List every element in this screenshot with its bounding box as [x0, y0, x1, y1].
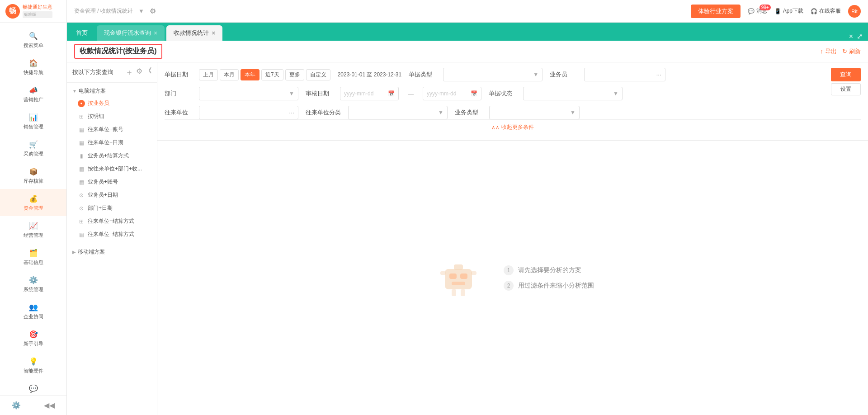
sidebar-item-hardware[interactable]: 💡 智能硬件 [0, 352, 66, 379]
scheme-item-unit-settlement1[interactable]: ⊞ 往来单位+结算方式 [67, 215, 157, 228]
business-type-select[interactable]: ▼ [489, 106, 580, 119]
sidebar-item-guide[interactable]: 🎯 新手引导 [0, 325, 66, 352]
tab-bank-flow[interactable]: 现金银行流水查询 × [97, 25, 165, 41]
salesperson-select[interactable]: ··· [584, 68, 665, 81]
scheme-item-salesperson-payment[interactable]: ▮ 业务员+结算方式 [67, 149, 157, 162]
trial-button[interactable]: 体验行业方案 [691, 5, 741, 18]
scheme-item-label: 业务员+日期 [88, 191, 118, 199]
scheme-item-unit-settlement2[interactable]: ▦ 往来单位+结算方式 [67, 228, 157, 241]
add-scheme-icon[interactable]: ＋ [125, 67, 133, 78]
tab-collection-close-icon[interactable]: × [212, 29, 215, 37]
svg-rect-6 [471, 271, 476, 275]
sidebar-item-inventory[interactable]: 📦 库存核算 [0, 162, 66, 189]
sidebar-item-basic-info[interactable]: 🗂️ 基础信息 [0, 243, 66, 270]
sidebar-item-search[interactable]: 🔍 搜索菜单 [0, 26, 66, 53]
scheme-item-salesperson-account[interactable]: ▦ 业务员+账号 [67, 175, 157, 189]
dept-select[interactable]: ▼ [199, 87, 298, 100]
scheme-item-unit-date[interactable]: ▦ 往来单位+日期 [67, 136, 157, 149]
table-icon: ▦ [78, 126, 85, 133]
group-expand-icon: ▼ [72, 89, 77, 94]
collapse-bar[interactable]: ∧∧ 收起更多条件 [165, 119, 861, 135]
scheme-item-unit-account[interactable]: ▦ 往来单位+账号 [67, 123, 157, 136]
counterpart-select[interactable]: ··· [199, 106, 298, 119]
sidebar-item-label: 库存核算 [24, 178, 43, 184]
topbar-chevron-icon[interactable]: ▼ [138, 8, 144, 14]
filter-row-wrapper: 单据日期 上月 本月 本年 近7天 更多 自定义 2023-01-01 至 20… [165, 68, 861, 119]
counterpart-more-icon[interactable]: ··· [289, 109, 294, 116]
date-btn-this-month[interactable]: 本月 [220, 69, 239, 80]
scheme-group-desktop[interactable]: ▼ 电脑端方案 [67, 85, 157, 97]
sidebar-item-collab[interactable]: 👥 企业协同 [0, 297, 66, 325]
breadcrumb: 资金管理 / 收款情况统计 [74, 7, 133, 15]
app-download-item[interactable]: 📱 App下载 [774, 7, 803, 15]
sidebar-item-sales[interactable]: 📊 销售管理 [0, 108, 66, 135]
sidebar-item-quicknav[interactable]: 🏠 快捷导航 [0, 53, 66, 80]
tab-close-all-icon[interactable]: × [849, 33, 853, 41]
salesperson-more-icon[interactable]: ··· [656, 71, 661, 78]
hint-num-1: 1 [504, 265, 514, 275]
export-button[interactable]: ↑ 导出 [821, 47, 837, 56]
dept-label: 部门 [165, 90, 192, 98]
sidebar: 畅 畅捷通好生意 标准版 🔍 搜索菜单 🏠 快捷导航 📣 营销推广 📊 销售管理… [0, 0, 67, 415]
settings-button[interactable]: 设置 [831, 83, 861, 95]
export-icon: ↑ [821, 48, 824, 55]
sidebar-item-system[interactable]: ⚙️ 系统管理 [0, 270, 66, 297]
tab-home[interactable]: 首页 [69, 25, 95, 41]
scheme-group-mobile[interactable]: ▶ 移动端方案 [67, 246, 157, 258]
date-btn-custom[interactable]: 自定义 [306, 69, 330, 80]
tab-bar: 首页 现金银行流水查询 × 收款情况统计 × × ⤢ [67, 23, 868, 41]
user-avatar[interactable]: Rit [848, 5, 861, 18]
footer-collapse-icon[interactable]: ◀◀ [44, 401, 55, 410]
topbar-gear-icon[interactable]: ⚙ [150, 7, 156, 15]
app-download-label: App下载 [783, 7, 803, 15]
scheme-item-dept-date[interactable]: ⊙ 部门+日期 [67, 202, 157, 215]
svg-rect-7 [452, 289, 456, 296]
finance-icon: 💰 [28, 193, 38, 203]
tab-bank-flow-close-icon[interactable]: × [154, 29, 157, 37]
logo-badge: 标准版 [23, 11, 52, 18]
calendar-to-icon[interactable]: 📅 [471, 90, 477, 97]
voucher-type-select[interactable]: ▼ [443, 68, 542, 81]
collapse-panel-icon[interactable]: 《 [145, 67, 151, 78]
page-header: 收款情况统计(按业务员) ↑ 导出 ↻ 刷新 [67, 41, 868, 62]
tab-collection[interactable]: 收款情况统计 × [166, 25, 222, 41]
scheme-settings-icon[interactable]: ⚙ [136, 67, 142, 78]
svg-rect-8 [461, 289, 465, 296]
tab-expand-icon[interactable]: ⤢ [857, 32, 863, 41]
hint-num-2: 2 [504, 281, 514, 291]
marketing-icon: 📣 [28, 85, 38, 95]
scheme-item-unit-dept-collect[interactable]: ▦ 按往来单位+部门+收... [67, 162, 157, 175]
left-panel-actions: ＋ ⚙ 《 [125, 67, 151, 78]
date-btn-this-year[interactable]: 本年 [241, 69, 259, 80]
filter-fields: 单据日期 上月 本月 本年 近7天 更多 自定义 2023-01-01 至 20… [165, 68, 826, 119]
scheme-item-by-detail[interactable]: ⊞ 按明细 [67, 110, 157, 123]
purchase-icon: 🛒 [28, 139, 38, 149]
voucher-status-select[interactable]: ▼ [523, 87, 623, 100]
logo-text: 畅捷通好生意 [23, 4, 52, 10]
footer-settings-icon[interactable]: ⚙️ [12, 401, 21, 410]
page-title-box: 收款情况统计(按业务员) [74, 44, 162, 59]
scheme-item-salesperson-date[interactable]: ⊙ 业务员+日期 [67, 189, 157, 202]
date-btn-last-month[interactable]: 上月 [199, 69, 218, 80]
message-item[interactable]: 💬 消息 99+ [748, 7, 767, 15]
sidebar-item-label: 搜索菜单 [24, 42, 43, 49]
sidebar-item-purchase[interactable]: 🛒 采购管理 [0, 135, 66, 162]
sidebar-item-marketing[interactable]: 📣 营销推广 [0, 80, 66, 108]
scheme-item-by-salesperson[interactable]: ● 按业务员 [67, 97, 157, 110]
online-service-item[interactable]: 🎧 在线客服 [811, 7, 841, 15]
refresh-button[interactable]: ↻ 刷新 [842, 47, 861, 56]
sidebar-item-wechat[interactable]: 💬 企业微信 [0, 379, 66, 395]
hint-text-1: 请先选择要分析的方案 [518, 266, 581, 274]
svg-rect-3 [452, 282, 465, 285]
review-date-to[interactable]: yyyy-mm-dd 📅 [423, 87, 481, 100]
date-btn-more[interactable]: 更多 [285, 69, 304, 80]
query-button[interactable]: 查询 [831, 68, 861, 81]
hint-text-2: 用过滤条件来缩小分析范围 [518, 282, 594, 290]
sidebar-item-finance[interactable]: 💰 资金管理 [0, 189, 66, 216]
business-type-chevron-icon: ▼ [570, 109, 576, 116]
counterpart-type-select[interactable]: ▼ [348, 106, 448, 119]
date-btn-7days[interactable]: 近7天 [261, 69, 283, 80]
sidebar-item-operations[interactable]: 📈 经营管理 [0, 216, 66, 243]
review-date-from[interactable]: yyyy-mm-dd 📅 [340, 87, 399, 100]
calendar-icon[interactable]: 📅 [388, 90, 395, 97]
